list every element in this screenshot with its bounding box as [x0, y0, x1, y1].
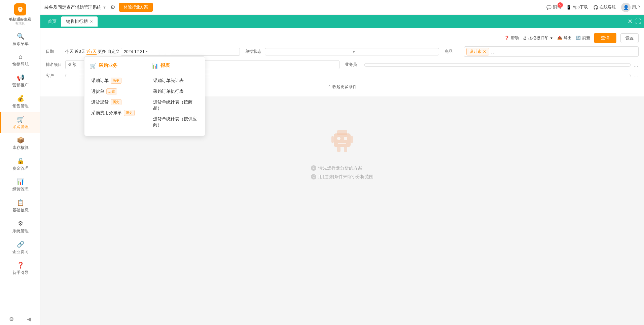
purchase-expense-item[interactable]: 采购费用分摊单 历史: [90, 108, 138, 118]
purchase-col-title: 🛒 采购业务: [90, 62, 138, 71]
dropdown-popup: 🛒 采购业务 采购订单 历史 进货单 历史 进货退货 历史 采购费用分摊单: [84, 56, 205, 136]
history-badge: 历史: [111, 78, 121, 84]
dropdown-overlay[interactable]: [0, 0, 644, 325]
purchase-order-item[interactable]: 采购订单 历史: [90, 75, 138, 86]
report-inbound-by-supplier[interactable]: 进货单统计表（按供应商）: [152, 114, 200, 130]
purchase-col-icon: 🛒: [90, 62, 97, 69]
report-inbound-by-goods[interactable]: 进货单统计表（按商品）: [152, 97, 200, 114]
report-col: 📊 报表 采购订单统计表 采购订单执行表 进货单统计表（按商品） 进货单统计表（…: [152, 62, 200, 130]
history-badge-2: 历史: [106, 88, 117, 94]
purchase-inbound-item[interactable]: 进货单 历史: [90, 86, 138, 97]
report-col-icon: 📊: [152, 62, 158, 69]
dropdown-divider: [145, 62, 145, 130]
report-purchase-order-exec[interactable]: 采购订单执行表: [152, 86, 200, 97]
history-badge-4: 历史: [124, 110, 135, 116]
history-badge-3: 历史: [111, 99, 121, 105]
report-col-title: 📊 报表: [152, 62, 200, 71]
purchase-col: 🛒 采购业务 采购订单 历史 进货单 历史 进货退货 历史 采购费用分摊单: [90, 62, 138, 130]
purchase-return-item[interactable]: 进货退货 历史: [90, 97, 138, 108]
report-purchase-order-stats[interactable]: 采购订单统计表: [152, 75, 200, 86]
